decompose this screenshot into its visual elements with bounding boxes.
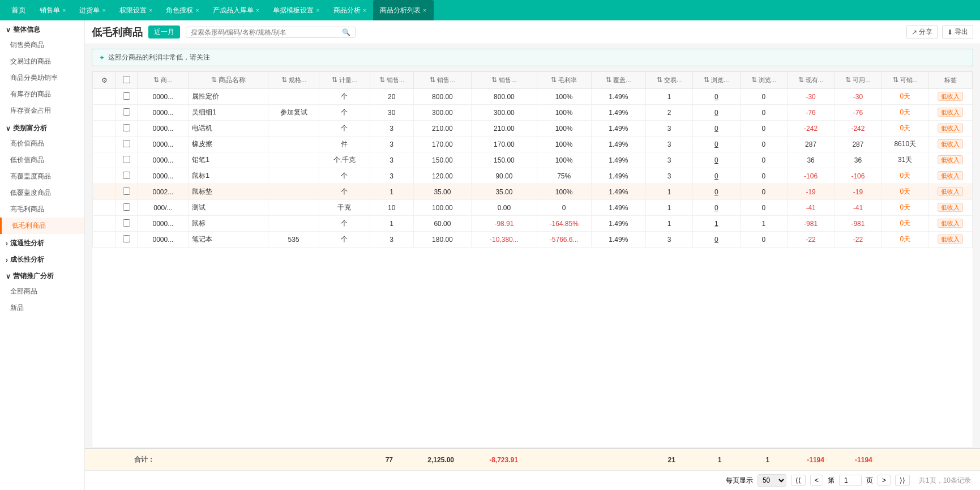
nav-close-role[interactable]: × xyxy=(195,7,199,14)
col-unit[interactable]: ⇅ 计量... xyxy=(319,72,370,89)
nav-close-purchase[interactable]: × xyxy=(102,7,105,14)
cell-view1-4[interactable]: 0 xyxy=(693,152,740,168)
nav-template[interactable]: 单据模板设置 × xyxy=(266,0,326,20)
row-checkbox-1[interactable] xyxy=(123,108,130,116)
sidebar-item-stocked-goods[interactable]: 有库存的商品 xyxy=(0,86,84,103)
cell-checkbox-3[interactable] xyxy=(116,137,138,152)
row-checkbox-2[interactable] xyxy=(123,124,130,131)
nav-sales[interactable]: 销售单 × xyxy=(33,0,72,20)
sidebar-item-high-margin[interactable]: 高毛利商品 xyxy=(0,201,84,218)
prev-page-btn[interactable]: < xyxy=(810,475,823,486)
nav-close-analysis[interactable]: × xyxy=(363,7,366,14)
nav-permission[interactable]: 权限设置 × xyxy=(113,0,159,20)
col-settings[interactable]: ⚙ xyxy=(93,72,116,89)
cell-checkbox-5[interactable] xyxy=(116,168,138,184)
col-checkbox-all[interactable] xyxy=(116,72,138,89)
cell-view1-0[interactable]: 0 xyxy=(693,89,740,105)
sidebar-item-all-goods[interactable]: 全部商品 xyxy=(0,283,84,300)
cell-checkbox-1[interactable] xyxy=(116,105,138,121)
date-filter-btn[interactable]: 近一月 xyxy=(148,25,180,39)
per-page-select[interactable]: 50 100 200 xyxy=(758,474,786,487)
row-checkbox-7[interactable] xyxy=(123,203,130,211)
sidebar-item-high-coverage[interactable]: 高覆盖度商品 xyxy=(0,168,84,185)
col-name[interactable]: ⇅ 商品名称 xyxy=(189,72,268,89)
sidebar-item-low-value[interactable]: 低价值商品 xyxy=(0,152,84,168)
cell-checkbox-9[interactable] xyxy=(116,232,138,248)
view1-link-5[interactable]: 0 xyxy=(714,172,718,180)
view1-link-6[interactable]: 0 xyxy=(714,188,718,196)
cell-view1-7[interactable]: 0 xyxy=(693,200,740,216)
col-spec[interactable]: ⇅ 规格... xyxy=(268,72,319,89)
row-checkbox-6[interactable] xyxy=(123,188,130,195)
search-icon[interactable]: 🔍 xyxy=(342,28,350,36)
sidebar-item-sales-goods[interactable]: 销售类商品 xyxy=(0,37,84,53)
cell-view1-1[interactable]: 0 xyxy=(693,105,740,121)
row-checkbox-8[interactable] xyxy=(123,219,130,227)
share-btn[interactable]: ↗ 分享 xyxy=(906,25,938,39)
cell-view1-8[interactable]: 1 xyxy=(693,216,740,232)
cell-checkbox-2[interactable] xyxy=(116,121,138,137)
col-sellable[interactable]: ⇅ 可销... xyxy=(881,72,928,89)
cell-checkbox-4[interactable] xyxy=(116,152,138,168)
first-page-btn[interactable]: ⟨⟨ xyxy=(791,475,806,486)
nav-close-product-entry[interactable]: × xyxy=(256,7,259,14)
search-input[interactable] xyxy=(191,28,342,36)
nav-close-analysis-list[interactable]: × xyxy=(423,7,426,14)
row-checkbox-3[interactable] xyxy=(123,140,130,147)
cell-view1-2[interactable]: 0 xyxy=(693,121,740,137)
nav-analysis[interactable]: 商品分析 × xyxy=(327,0,373,20)
nav-analysis-list[interactable]: 商品分析列表 × xyxy=(373,0,433,20)
sidebar-item-new-goods[interactable]: 新品 xyxy=(0,300,84,316)
sidebar-item-low-margin[interactable]: 低毛利商品 xyxy=(0,218,84,234)
export-btn[interactable]: ⬇ 导出 xyxy=(942,25,973,39)
cell-view1-9[interactable]: 0 xyxy=(693,232,740,248)
row-checkbox-0[interactable] xyxy=(123,92,130,100)
nav-role[interactable]: 角色授权 × xyxy=(159,0,206,20)
nav-close-template[interactable]: × xyxy=(316,7,319,14)
view1-link-7[interactable]: 0 xyxy=(714,204,718,212)
sidebar-item-category-assist[interactable]: 商品分类助销率 xyxy=(0,70,84,86)
sidebar-item-high-value[interactable]: 高价值商品 xyxy=(0,135,84,152)
nav-close-permission[interactable]: × xyxy=(149,7,152,14)
sidebar-group-marketing[interactable]: ∨ 营销推广分析 xyxy=(0,267,84,283)
view1-link-4[interactable]: 0 xyxy=(714,156,718,164)
col-current-stock[interactable]: ⇅ 现有... xyxy=(787,72,834,89)
sidebar-group-flow[interactable]: › 流通性分析 xyxy=(0,234,84,250)
sidebar-item-low-coverage[interactable]: 低覆盖度商品 xyxy=(0,185,84,201)
cell-checkbox-0[interactable] xyxy=(116,89,138,105)
col-trade[interactable]: ⇅ 交易... xyxy=(645,72,692,89)
nav-product-entry[interactable]: 产成品入库单 × xyxy=(206,0,266,20)
col-coverage[interactable]: ⇅ 覆盖... xyxy=(591,72,645,89)
view1-link-3[interactable]: 0 xyxy=(714,140,718,148)
page-number-input[interactable] xyxy=(839,475,862,486)
view1-link-1[interactable]: 0 xyxy=(714,109,718,117)
col-tag[interactable]: 标签 xyxy=(928,72,972,89)
col-view2[interactable]: ⇅ 浏览... xyxy=(740,72,787,89)
cell-view1-3[interactable]: 0 xyxy=(693,137,740,152)
row-checkbox-9[interactable] xyxy=(123,235,130,242)
col-view1[interactable]: ⇅ 浏览... xyxy=(693,72,740,89)
row-checkbox-5[interactable] xyxy=(123,172,130,179)
col-sales-profit[interactable]: ⇅ 销售... xyxy=(472,72,537,89)
cell-checkbox-7[interactable] xyxy=(116,200,138,216)
cell-view1-6[interactable]: 0 xyxy=(693,184,740,200)
last-page-btn[interactable]: ⟩⟩ xyxy=(895,475,910,486)
select-all-checkbox[interactable] xyxy=(123,76,130,83)
next-page-btn[interactable]: > xyxy=(878,475,891,486)
col-code[interactable]: ⇅ 商... xyxy=(138,72,189,89)
nav-close-sales[interactable]: × xyxy=(62,7,66,14)
cell-checkbox-8[interactable] xyxy=(116,216,138,232)
sidebar-group-overall[interactable]: ∨ 整体信息 xyxy=(0,20,84,37)
sidebar-group-growth[interactable]: › 成长性分析 xyxy=(0,250,84,267)
cell-view1-5[interactable]: 0 xyxy=(693,168,740,184)
col-sales-amount[interactable]: ⇅ 销售... xyxy=(413,72,472,89)
nav-purchase[interactable]: 进货单 × xyxy=(72,0,112,20)
col-available-stock[interactable]: ⇅ 可用... xyxy=(835,72,881,89)
sidebar-item-stock-fund[interactable]: 库存资金占用 xyxy=(0,103,84,119)
view1-link-9[interactable]: 0 xyxy=(714,236,718,244)
sidebar-item-traded-goods[interactable]: 交易过的商品 xyxy=(0,53,84,70)
view1-link-2[interactable]: 0 xyxy=(714,125,718,133)
nav-home[interactable]: 首页 xyxy=(5,0,33,20)
row-checkbox-4[interactable] xyxy=(123,156,130,163)
sidebar-group-category[interactable]: ∨ 类别富分析 xyxy=(0,119,84,135)
